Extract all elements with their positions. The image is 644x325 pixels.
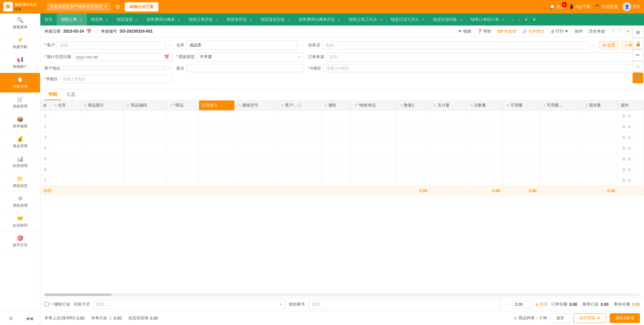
detail-tab-mingxi[interactable]: 明细: [44, 89, 61, 100]
sidebar-item-guide[interactable]: 🎯 新手引导: [0, 232, 40, 251]
order-source-select[interactable]: 选择... ▼: [326, 52, 640, 62]
user-menu[interactable]: 👤 用友: [622, 2, 641, 11]
online-service-btn[interactable]: 💁 在线客服: [595, 4, 618, 10]
tab-next-btn[interactable]: ›: [516, 13, 522, 26]
app-download-btn[interactable]: 📱 App下载: [569, 4, 591, 10]
operation-btn[interactable]: 操作: [573, 28, 584, 35]
discard-btn[interactable]: 放弃: [551, 313, 570, 323]
tab-close-sales-fee[interactable]: ✕: [178, 18, 180, 22]
rp-star-btn[interactable]: ☆: [633, 61, 643, 72]
tab-close-sales-bill[interactable]: ✕: [106, 18, 108, 22]
row-copy-btn[interactable]: ⊞: [628, 157, 631, 161]
payment-amount-input[interactable]: [512, 301, 532, 308]
tab-sales-bill[interactable]: 销货单 ✕: [87, 13, 113, 26]
address-field[interactable]: [63, 67, 166, 70]
account-select[interactable]: 选择...: [308, 300, 501, 309]
customer-input[interactable]: [57, 41, 166, 49]
sidebar-item-basic-info[interactable]: 📁 基础信息: [0, 172, 40, 192]
payment-method-select[interactable]: 选择... ▼: [93, 300, 286, 309]
row-delete-btn[interactable]: 🗑: [622, 135, 626, 140]
save-new-btn[interactable]: 保存&新增: [610, 313, 640, 323]
delivery-date-input[interactable]: [76, 55, 164, 59]
address-more-icon[interactable]: ···: [168, 65, 172, 71]
horizontal-scrollbar[interactable]: [44, 293, 640, 296]
tab-sales-order-history[interactable]: 销售订单历史 ✕: [185, 13, 223, 26]
row-copy-btn[interactable]: ⊞: [628, 135, 631, 140]
row-copy-btn[interactable]: ⊞: [628, 124, 631, 129]
system-name[interactable]: 装备及固定资产辅助管理系统 ▼: [46, 3, 111, 11]
tab-sales-stats[interactable]: 销售订单统计表 ✕: [467, 13, 509, 26]
shortcut-btn[interactable]: ⌨ 快捷键: [496, 28, 518, 35]
message-btn[interactable]: 💬 消息 9: [550, 4, 564, 10]
sidebar-item-sales[interactable]: 📋 销售管理: [0, 73, 40, 93]
tab-menu-btn[interactable]: ≡: [522, 13, 530, 26]
tab-close-daily-reconcile[interactable]: ✕: [460, 18, 462, 22]
b-project-input[interactable]: [60, 75, 172, 83]
a-project-input[interactable]: [323, 64, 640, 72]
history-btn[interactable]: 历史单据: [588, 28, 606, 35]
profit-btn[interactable]: 📈 毛利预估: [521, 28, 546, 35]
sidebar-settings-btn[interactable]: ⚙: [3, 314, 19, 322]
rp-grid-btn[interactable]: ⊞: [633, 27, 643, 38]
set-btn[interactable]: ⚙ 设置: [599, 41, 619, 49]
staff-more-icon[interactable]: ···: [591, 42, 595, 48]
tab-close-order-workbench[interactable]: ✕: [380, 18, 382, 22]
tab-close-sales-stats[interactable]: ✕: [502, 18, 504, 22]
tab-close-fee-history[interactable]: ✕: [338, 18, 340, 22]
nav-next-btn[interactable]: ›: [617, 28, 624, 32]
col-scan[interactable]: 扫码录入: [199, 100, 234, 111]
tab-fee-history[interactable]: 销售费用分摊单历史 ✕: [295, 13, 345, 26]
tab-order-workbench[interactable]: 销售订单工作台 ✕: [345, 13, 387, 26]
tab-home[interactable]: 首页: [40, 13, 57, 26]
tab-sales-return[interactable]: 销货退货 ✕: [113, 13, 143, 26]
save-draft-btn[interactable]: 保存草稿 ▼: [573, 313, 606, 323]
row-copy-btn[interactable]: ⊞: [628, 178, 631, 183]
industry-btn[interactable]: 体验行业方案: [125, 2, 158, 11]
tab-close-all-btn[interactable]: ✕: [530, 13, 539, 26]
warehouse-more-icon[interactable]: ···: [300, 42, 304, 48]
warehouse-select[interactable]: 成品库: [186, 41, 298, 50]
tab-close-sales-return[interactable]: ✕: [136, 18, 138, 22]
delivery-date-wrap[interactable]: 📅: [73, 53, 172, 61]
one-click-payment-checkbox[interactable]: [44, 302, 49, 307]
tab-close-sales-order-history[interactable]: ✕: [216, 18, 218, 22]
invoice-select[interactable]: 不开票 ▼: [197, 52, 304, 62]
row-copy-btn[interactable]: ⊞: [628, 167, 631, 172]
sidebar-item-operations[interactable]: 📊 经营管理: [0, 152, 40, 172]
col-settings[interactable]: ⚙: [40, 100, 50, 111]
tab-sales-bill-history[interactable]: 销货单历史 ✕: [223, 13, 257, 26]
tab-return-history[interactable]: 销货退货历史 ✕: [257, 13, 295, 26]
view-btn[interactable]: 👁 视频: [457, 28, 472, 35]
sidebar-item-search[interactable]: 🔍 搜索菜单: [0, 13, 40, 33]
row-copy-btn[interactable]: ⊞: [628, 114, 631, 118]
tab-close-sales-bill-history[interactable]: ✕: [250, 18, 252, 22]
list-view-btn[interactable]: ≡: [624, 28, 632, 35]
sidebar-item-inventory[interactable]: 📦 库存核算: [0, 113, 40, 132]
row-delete-btn[interactable]: 🗑: [622, 167, 626, 172]
row-delete-btn[interactable]: 🗑: [622, 157, 626, 161]
scroll-thumb[interactable]: [44, 293, 112, 296]
tab-close-return-history[interactable]: ✕: [288, 18, 290, 22]
tab-daily-reconcile[interactable]: 钱货日清对账 ✕: [429, 13, 467, 26]
row-delete-btn[interactable]: 🗑: [622, 124, 626, 129]
help-btn[interactable]: ❓ 帮助: [476, 28, 493, 35]
print-btn[interactable]: 🖨 打印 ▼: [549, 28, 570, 35]
tab-sales-order[interactable]: 销售订单 ✕: [57, 13, 87, 26]
nav-prev-btn[interactable]: ‹: [610, 28, 616, 32]
row-delete-btn[interactable]: 🗑: [622, 114, 626, 118]
row-delete-btn[interactable]: 🗑: [622, 146, 626, 151]
tab-close-daily-workbench[interactable]: ✕: [422, 18, 424, 22]
row-delete-btn[interactable]: 🗑: [622, 178, 626, 183]
sidebar-item-marketing[interactable]: 📢 营销推广: [0, 53, 40, 73]
rp-lock-btn[interactable]: 🔒: [633, 38, 643, 49]
tab-prev-btn[interactable]: ‹: [509, 13, 516, 26]
staff-input[interactable]: [322, 41, 589, 49]
sidebar-item-system[interactable]: ⚙ 系统管理: [0, 192, 40, 212]
sidebar-item-navigation[interactable]: ⚡ 快捷导航: [0, 33, 40, 53]
sidebar-collapse-btn[interactable]: ◀◀: [21, 314, 38, 322]
tab-daily-workbench[interactable]: 钱货日清工作台 ✕: [387, 13, 429, 26]
tab-close-sales-order[interactable]: ✕: [80, 18, 82, 22]
customer-more-icon[interactable]: ···: [168, 42, 172, 48]
detail-tab-huizong[interactable]: 汇总: [63, 89, 79, 100]
sidebar-item-finance[interactable]: 💰 资金管理: [0, 132, 40, 152]
